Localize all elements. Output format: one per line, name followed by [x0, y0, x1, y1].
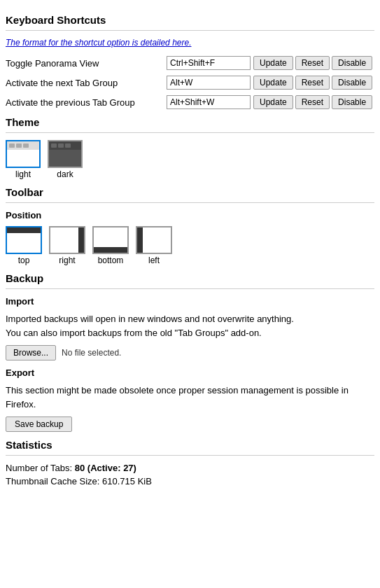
shortcut-format-link[interactable]: The format for the shortcut option is de…: [6, 38, 374, 48]
shortcut-input-2[interactable]: [167, 95, 251, 109]
toolbar-position-title: Position: [6, 210, 374, 220]
theme-divider: [6, 132, 374, 133]
shortcut-reset-0[interactable]: Reset: [295, 56, 330, 70]
position-option-right[interactable]: right: [49, 226, 85, 265]
shortcut-update-1[interactable]: Update: [253, 76, 293, 90]
position-label-top: top: [18, 255, 30, 265]
shortcut-update-0[interactable]: Update: [253, 56, 293, 70]
theme-preview-light: [6, 140, 41, 168]
statistics-section: Statistics Number of Tabs: 80 (Active: 2…: [6, 439, 374, 486]
shortcut-disable-2[interactable]: Disable: [332, 95, 372, 109]
shortcut-rows: Toggle Panorama View Update Reset Disabl…: [6, 56, 374, 109]
shortcut-update-2[interactable]: Update: [253, 95, 293, 109]
import-text: Imported backups will open in new window…: [6, 312, 374, 340]
shortcut-disable-1[interactable]: Disable: [332, 76, 372, 90]
dark-theme-body: [49, 150, 81, 168]
position-preview-bottom: [92, 226, 129, 254]
shortcut-reset-1[interactable]: Reset: [295, 76, 330, 90]
no-file-label: No file selected.: [62, 348, 121, 358]
backup-divider: [6, 288, 374, 289]
browse-button[interactable]: Browse...: [6, 345, 56, 360]
tabs-stat-value: 80 (Active: 27): [75, 463, 136, 473]
import-title: Import: [6, 296, 374, 307]
position-preview-left: [136, 226, 172, 254]
export-text: This section might be made obsolete once…: [6, 384, 374, 411]
theme-preview-dark: [48, 140, 83, 168]
toolbar-title: Toolbar: [6, 186, 374, 198]
shortcut-disable-0[interactable]: Disable: [332, 56, 372, 70]
position-label-right: right: [59, 255, 75, 265]
cache-stat-row: Thumbnail Cache Size: 610.715 KiB: [6, 476, 374, 486]
statistics-divider: [6, 455, 374, 456]
dark-dot-3: [65, 144, 71, 148]
export-title: Export: [6, 368, 374, 378]
light-dot-1: [9, 144, 15, 148]
position-preview-right: [49, 226, 85, 254]
save-backup-button[interactable]: Save backup: [6, 416, 72, 432]
position-options: top right bottom left: [6, 226, 374, 265]
toolbar-divider: [6, 202, 374, 203]
shortcut-label-2: Activate the previous Tab Group: [6, 97, 167, 108]
position-label-left: left: [148, 255, 160, 265]
tabs-stat-label: Number of Tabs:: [6, 463, 72, 473]
keyboard-shortcuts-divider: [6, 30, 374, 31]
statistics-title: Statistics: [6, 439, 374, 451]
theme-section: Theme light: [6, 116, 374, 179]
strip-left: [137, 227, 143, 253]
light-theme-body: [7, 150, 39, 168]
theme-title: Theme: [6, 116, 374, 128]
shortcut-label-0: Toggle Panorama View: [6, 58, 167, 69]
shortcut-reset-2[interactable]: Reset: [295, 95, 330, 109]
backup-section: Backup Import Imported backups will open…: [6, 272, 374, 432]
strip-top: [7, 227, 41, 233]
strip-bottom: [94, 247, 127, 253]
position-label-bottom: bottom: [98, 255, 124, 265]
import-text-line1: Imported backups will open in new window…: [6, 314, 294, 324]
strip-right: [78, 227, 84, 253]
position-option-left[interactable]: left: [136, 226, 172, 265]
import-section: Import Imported backups will open in new…: [6, 296, 374, 360]
cache-stat-label: Thumbnail Cache Size:: [6, 476, 99, 486]
dark-dot-2: [58, 144, 64, 148]
position-preview-top: [6, 226, 42, 254]
light-dot-3: [23, 144, 29, 148]
tabs-stat-row: Number of Tabs: 80 (Active: 27): [6, 463, 374, 473]
shortcut-input-1[interactable]: [167, 76, 251, 90]
theme-label-dark: dark: [57, 169, 73, 179]
shortcut-label-1: Activate the next Tab Group: [6, 78, 167, 88]
theme-option-dark[interactable]: dark: [48, 140, 83, 179]
theme-option-light[interactable]: light: [6, 140, 41, 179]
import-text-line2: You can also import backups from the old…: [6, 328, 262, 338]
export-section: Export This section might be made obsole…: [6, 368, 374, 432]
position-option-bottom[interactable]: bottom: [92, 226, 129, 265]
cache-stat-value: 610.715 KiB: [102, 476, 152, 486]
light-dot-2: [16, 144, 22, 148]
light-theme-dots: [7, 141, 39, 150]
dark-theme-dots: [49, 141, 81, 150]
toolbar-section: Toolbar Position top right bottom: [6, 186, 374, 265]
shortcut-row-0: Toggle Panorama View Update Reset Disabl…: [6, 56, 374, 70]
keyboard-shortcuts-title: Keyboard Shortcuts: [6, 14, 374, 26]
dark-dot-1: [51, 144, 57, 148]
browse-row: Browse... No file selected.: [6, 345, 374, 360]
shortcut-input-0[interactable]: [167, 56, 251, 70]
shortcut-row-2: Activate the previous Tab Group Update R…: [6, 95, 374, 109]
theme-options: light dark: [6, 140, 374, 179]
position-option-top[interactable]: top: [6, 226, 42, 265]
backup-title: Backup: [6, 272, 374, 284]
theme-label-light: light: [15, 169, 31, 179]
shortcut-row-1: Activate the next Tab Group Update Reset…: [6, 76, 374, 90]
